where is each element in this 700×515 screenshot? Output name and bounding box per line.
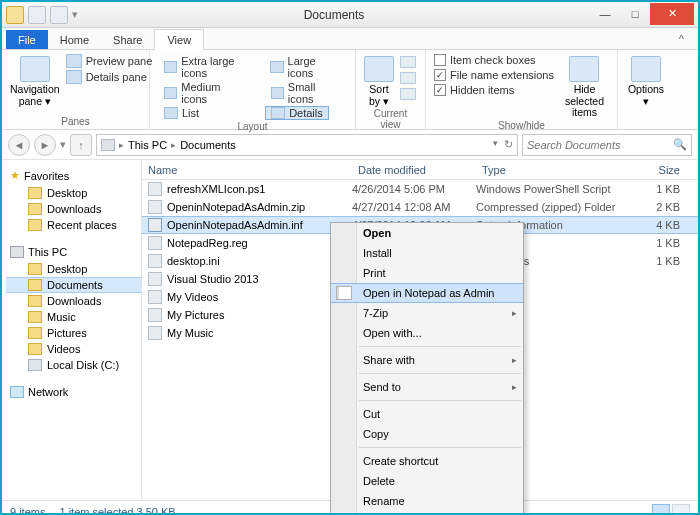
ctx-share-with[interactable]: Share with — [331, 350, 523, 370]
hide-selected-button[interactable]: Hide selected items — [560, 54, 609, 119]
tab-home[interactable]: Home — [48, 30, 101, 49]
file-name: OpeninNotepadAsAdmin.inf — [167, 219, 303, 231]
ctx-print[interactable]: Print — [331, 263, 523, 283]
sort-by-button[interactable]: Sort by ▾ — [364, 54, 394, 107]
up-button[interactable]: ↑ — [70, 134, 92, 156]
properties-icon[interactable] — [28, 6, 46, 24]
address-dropdown-icon[interactable]: ▾ — [493, 138, 498, 151]
navigation-pane-button[interactable]: Navigation pane ▾ — [10, 54, 60, 115]
maximize-button[interactable]: □ — [620, 3, 650, 25]
col-name[interactable]: Name — [142, 164, 352, 176]
ribbon-tabs: File Home Share View ^ — [2, 28, 698, 50]
tree-pc-documents[interactable]: Documents — [6, 277, 141, 293]
group-by-icon[interactable] — [400, 56, 416, 68]
close-button[interactable]: ✕ — [650, 3, 694, 25]
tree-pc-music[interactable]: Music — [6, 309, 141, 325]
file-icon — [148, 182, 162, 196]
ribbon-collapse-button[interactable]: ^ — [669, 29, 694, 49]
title-bar: ▾ Documents — □ ✕ — [2, 2, 698, 28]
view-extra-large-icons[interactable]: Extra large icons — [158, 54, 264, 80]
ctx-install[interactable]: Install — [331, 243, 523, 263]
back-button[interactable]: ◄ — [8, 134, 30, 156]
view-list[interactable]: List — [158, 106, 205, 120]
breadcrumb-documents[interactable]: Documents — [180, 139, 236, 151]
ctx-rename[interactable]: Rename — [331, 491, 523, 511]
history-dropdown-icon[interactable]: ▾ — [60, 138, 66, 151]
ctx-send-to[interactable]: Send to — [331, 377, 523, 397]
tree-item-recent-places[interactable]: Recent places — [6, 217, 141, 233]
file-size: 2 KB — [646, 201, 698, 213]
tree-pc-videos[interactable]: Videos — [6, 341, 141, 357]
view-thumbnails-button[interactable] — [672, 504, 690, 516]
tree-pc-pictures[interactable]: Pictures — [6, 325, 141, 341]
file-icon — [148, 200, 162, 214]
search-box[interactable]: 🔍 — [522, 134, 692, 156]
file-name-extensions-toggle[interactable]: ✓File name extensions — [434, 69, 554, 81]
view-details-button[interactable] — [652, 504, 670, 516]
file-name: My Videos — [167, 291, 218, 303]
file-date: 4/27/2014 12:08 AM — [352, 201, 476, 213]
new-folder-icon[interactable] — [50, 6, 68, 24]
column-headers[interactable]: Name Date modified Type Size — [142, 160, 698, 180]
tree-favorites[interactable]: ★Favorites — [6, 166, 141, 185]
forward-button[interactable]: ► — [34, 134, 56, 156]
ctx-open-notepad-admin[interactable]: Open in Notepad as Admin — [331, 283, 523, 303]
tab-file[interactable]: File — [6, 30, 48, 49]
address-bar[interactable]: ▸ This PC ▸ Documents ▾ ↻ — [96, 134, 518, 156]
file-name: OpeninNotepadAsAdmin.zip — [167, 201, 305, 213]
options-icon — [631, 56, 661, 82]
view-small-icons[interactable]: Small icons — [265, 80, 347, 106]
size-columns-icon[interactable] — [400, 88, 416, 100]
context-menu: Open Install Print Open in Notepad as Ad… — [330, 222, 524, 515]
tab-share[interactable]: Share — [101, 30, 154, 49]
file-row[interactable]: refreshXMLIcon.ps14/26/2014 5:06 PMWindo… — [142, 180, 698, 198]
tree-this-pc[interactable]: This PC — [6, 243, 141, 261]
tree-pc-desktop[interactable]: Desktop — [6, 261, 141, 277]
tree-item-downloads[interactable]: Downloads — [6, 201, 141, 217]
file-name: NotepadReg.reg — [167, 237, 248, 249]
col-type[interactable]: Type — [476, 164, 646, 176]
ctx-create-shortcut[interactable]: Create shortcut — [331, 451, 523, 471]
file-icon — [148, 272, 162, 286]
file-row[interactable]: OpeninNotepadAsAdmin.zip4/27/2014 12:08 … — [142, 198, 698, 216]
minimize-button[interactable]: — — [590, 3, 620, 25]
tree-item-desktop[interactable]: Desktop — [6, 185, 141, 201]
add-columns-icon[interactable] — [400, 72, 416, 84]
view-details[interactable]: Details — [265, 106, 329, 120]
navigation-tree[interactable]: ★Favorites Desktop Downloads Recent plac… — [2, 160, 142, 500]
file-name: refreshXMLIcon.ps1 — [167, 183, 265, 195]
refresh-icon[interactable]: ↻ — [504, 138, 513, 151]
hidden-items-toggle[interactable]: ✓Hidden items — [434, 84, 554, 96]
tree-pc-downloads[interactable]: Downloads — [6, 293, 141, 309]
search-input[interactable] — [527, 139, 669, 151]
ctx-open[interactable]: Open — [331, 223, 523, 243]
tree-network[interactable]: Network — [6, 383, 141, 401]
ctx-cut[interactable]: Cut — [331, 404, 523, 424]
options-button[interactable]: Options ▾ — [626, 54, 666, 115]
search-icon[interactable]: 🔍 — [673, 138, 687, 151]
file-name: Visual Studio 2013 — [167, 273, 259, 285]
hide-selected-icon — [569, 56, 599, 82]
details-pane-button[interactable]: Details pane — [66, 70, 153, 84]
breadcrumb-this-pc[interactable]: This PC — [128, 139, 167, 151]
group-label-layout: Layout — [158, 120, 347, 132]
view-large-icons[interactable]: Large icons — [264, 54, 347, 80]
ctx-delete[interactable]: Delete — [331, 471, 523, 491]
file-name: desktop.ini — [167, 255, 220, 267]
file-icon — [148, 326, 162, 340]
tab-view[interactable]: View — [154, 29, 204, 50]
ctx-open-with[interactable]: Open with... — [331, 323, 523, 343]
ctx-copy[interactable]: Copy — [331, 424, 523, 444]
item-check-boxes-toggle[interactable]: Item check boxes — [434, 54, 554, 66]
file-type: Windows PowerShell Script — [476, 183, 646, 195]
preview-pane-button[interactable]: Preview pane — [66, 54, 153, 68]
col-date[interactable]: Date modified — [352, 164, 476, 176]
view-medium-icons[interactable]: Medium icons — [158, 80, 252, 106]
ctx-7zip[interactable]: 7-Zip — [331, 303, 523, 323]
pc-icon — [101, 139, 115, 151]
tree-pc-local-disk[interactable]: Local Disk (C:) — [6, 357, 141, 373]
file-size: 1 KB — [646, 237, 698, 249]
col-size[interactable]: Size — [646, 164, 698, 176]
window-title: Documents — [78, 8, 590, 22]
group-label-current-view: Current view — [364, 107, 417, 130]
